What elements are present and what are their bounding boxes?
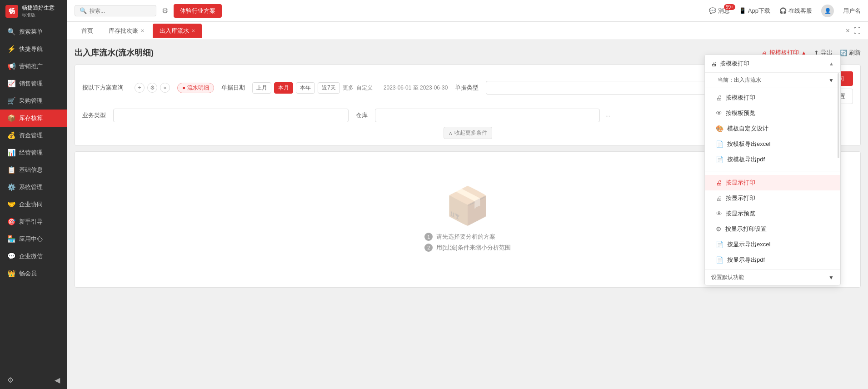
warehouse-more-icon[interactable]: ···	[605, 112, 610, 119]
tab-flow-close[interactable]: ×	[192, 28, 195, 34]
date-range-display: 2023-06-01 至 2023-06-30	[384, 84, 448, 92]
sidebar-item-sales[interactable]: 📈 销售管理	[0, 75, 67, 92]
dropdown-scrollbar[interactable]	[838, 73, 839, 285]
search-icon: 🔍	[7, 28, 15, 36]
step-2-text: 用[过滤]条件来缩小分析范围	[436, 244, 510, 252]
tab-batch[interactable]: 库存批次账 ×	[102, 24, 151, 38]
collapse-more-button[interactable]: ∧ 收起更多条件	[444, 127, 492, 139]
date-this-month[interactable]: 本月	[274, 82, 293, 94]
guide-icon: 🎯	[7, 218, 15, 226]
app-download-label: App下载	[748, 7, 770, 15]
sidebar-item-search[interactable]: 🔍 搜索菜单	[0, 23, 67, 40]
dropdown-template-preview[interactable]: 👁 按模板预览	[705, 105, 840, 121]
dropdown-template-excel[interactable]: 📄 按模板导出excel	[705, 136, 840, 152]
dropdown-divider-1	[705, 171, 840, 171]
dropdown-scrollbar-thumb	[838, 73, 839, 158]
filter-action-buttons: + ⚙ «	[135, 83, 170, 93]
dropdown-item-label: 按显示打印设置	[725, 225, 767, 233]
sidebar-item-inventory[interactable]: 📦 库存核算	[0, 110, 67, 127]
trial-button[interactable]: 体验行业方案	[174, 4, 222, 18]
app-download-button[interactable]: 📱 App下载	[739, 7, 770, 15]
sidebar-item-label: 库存核算	[19, 114, 43, 122]
sidebar-item-operation[interactable]: 📊 经营管理	[0, 144, 67, 161]
dropdown-template-pdf[interactable]: 📄 按模板导出pdf	[705, 152, 840, 167]
date-prev-month[interactable]: 上月	[252, 82, 271, 94]
main-area: 🔍 ⚙ 体验行业方案 💬 消息 99+ 📱 App下载 🎧 在线客服 👤 用户名	[67, 0, 868, 389]
collapse-filter-button[interactable]: «	[160, 83, 170, 93]
sidebar-item-purchase[interactable]: 🛒 采购管理	[0, 92, 67, 110]
pdf-item-icon: 📄	[716, 156, 723, 163]
empty-step-2: 2 用[过滤]条件来缩小分析范围	[424, 244, 510, 252]
sidebar-item-wechat[interactable]: 💬 企业微信	[0, 248, 67, 265]
biz-type-select[interactable]	[113, 109, 349, 122]
dropdown-item-label: 按显示导出excel	[727, 240, 770, 249]
sidebar-item-marketing[interactable]: 📢 营销推广	[0, 58, 67, 75]
sidebar-item-basic[interactable]: 📋 基础信息	[0, 161, 67, 179]
date-filter: 上月 本月 本年 近7天 更多 自定义	[252, 82, 373, 94]
message-button[interactable]: 💬 消息 99+	[709, 7, 730, 15]
filter-tag[interactable]: ● 流水明细	[177, 83, 214, 93]
dropdown-display-print-header[interactable]: 🖨 按显示打印	[705, 175, 840, 190]
system-icon: ⚙️	[7, 183, 15, 191]
username-label[interactable]: 用户名	[843, 7, 861, 15]
warehouse-select[interactable]	[375, 109, 600, 122]
sidebar-item-label: 系统管理	[19, 183, 43, 191]
date-this-year[interactable]: 本年	[296, 82, 315, 94]
page-content: 出入库流水(流水明细) 🖨 按模板打印 ▲ ⬆ 导出 🔄 刷新	[67, 40, 868, 389]
dropdown-display-preview[interactable]: 👁 按显示预览	[705, 206, 840, 221]
tab-flow[interactable]: 出入库流水 ×	[153, 24, 202, 38]
dropdown-display-print[interactable]: 🖨 按显示打印	[705, 190, 840, 206]
sidebar-item-label: 企业协同	[19, 200, 43, 209]
topbar: 🔍 ⚙ 体验行业方案 💬 消息 99+ 📱 App下载 🎧 在线客服 👤 用户名	[67, 0, 868, 22]
maximize-tab-action[interactable]: ⛶	[853, 27, 861, 35]
dropdown-item-label: 按显示导出pdf	[727, 256, 765, 264]
operation-icon: 📊	[7, 149, 15, 157]
tabs-bar: 首页 库存批次账 × 出入库流水 × × ⛶	[67, 22, 868, 40]
close-tab-action[interactable]: ×	[846, 27, 850, 35]
biz-type-label: 业务类型	[82, 111, 106, 120]
dropdown-display-excel[interactable]: 📄 按显示导出excel	[705, 237, 840, 252]
collapse-sidebar-icon[interactable]: ◀	[55, 376, 60, 384]
tab-home[interactable]: 首页	[75, 24, 100, 38]
date-more[interactable]: 更多	[343, 84, 354, 92]
sidebar-item-system[interactable]: ⚙️ 系统管理	[0, 179, 67, 196]
dropdown-section-template: 🖨 按模板打印 👁 按模板预览 🎨 模板自定义设计 📄 按模板导出excel 📄	[705, 88, 840, 169]
print-item-icon: 🖨	[716, 94, 722, 101]
dropdown-chevron-up[interactable]: ▲	[829, 61, 834, 66]
tab-batch-label: 库存批次账	[109, 27, 138, 35]
dropdown-footer[interactable]: 设置默认功能 ▼	[705, 269, 840, 285]
sidebar-item-shortcut[interactable]: ⚡ 快捷导航	[0, 40, 67, 58]
sidebar-item-guide[interactable]: 🎯 新手引导	[0, 213, 67, 230]
sidebar-item-label: 经营管理	[19, 149, 43, 157]
dropdown-section-display: 🖨 按显示打印 🖨 按显示打印 👁 按显示预览 ⚙ 按显示打印设置 📄	[705, 173, 840, 269]
sidebar-footer: ⚙ ◀	[0, 371, 67, 389]
dropdown-display-pdf[interactable]: 📄 按显示导出pdf	[705, 252, 840, 268]
gear-icon[interactable]: ⚙	[162, 6, 168, 15]
search-input[interactable]	[90, 8, 144, 14]
sidebar-item-appstore[interactable]: 🏪 应用中心	[0, 230, 67, 248]
dropdown-template-design[interactable]: 🎨 模板自定义设计	[705, 121, 840, 136]
avatar: 👤	[821, 5, 834, 17]
sidebar-item-collab[interactable]: 🤝 企业协同	[0, 196, 67, 213]
settings-filter-button[interactable]: ⚙	[147, 83, 157, 93]
sidebar-item-finance[interactable]: 💰 资金管理	[0, 127, 67, 144]
date-last7days[interactable]: 近7天	[318, 82, 340, 94]
customer-service-button[interactable]: 🎧 在线客服	[779, 7, 812, 15]
sidebar-item-label: 营销推广	[19, 62, 43, 70]
dropdown-footer-chevron: ▼	[828, 274, 834, 281]
sidebar-item-label: 销售管理	[19, 80, 43, 88]
dropdown-display-settings[interactable]: ⚙ 按显示打印设置	[705, 221, 840, 237]
tab-batch-close[interactable]: ×	[141, 28, 144, 34]
basic-icon: 📋	[7, 166, 15, 174]
dropdown-current-item[interactable]: 当前：出入库流水 ▼	[705, 73, 840, 88]
settings-icon[interactable]: ⚙	[7, 376, 14, 384]
date-custom[interactable]: 自定义	[356, 84, 373, 92]
add-filter-button[interactable]: +	[135, 83, 145, 93]
sales-icon: 📈	[7, 80, 15, 88]
search-box[interactable]: 🔍	[75, 5, 156, 16]
refresh-button[interactable]: 🔄 刷新	[840, 49, 861, 57]
sidebar: 畅 畅捷通好生意 标准版 🔍 搜索菜单 ⚡ 快捷导航 📢 营销推广 📈 销售管理…	[0, 0, 67, 389]
excel-item-icon: 📄	[716, 140, 723, 148]
sidebar-item-member[interactable]: 👑 畅会员	[0, 265, 67, 282]
dropdown-template-print[interactable]: 🖨 按模板打印	[705, 90, 840, 105]
